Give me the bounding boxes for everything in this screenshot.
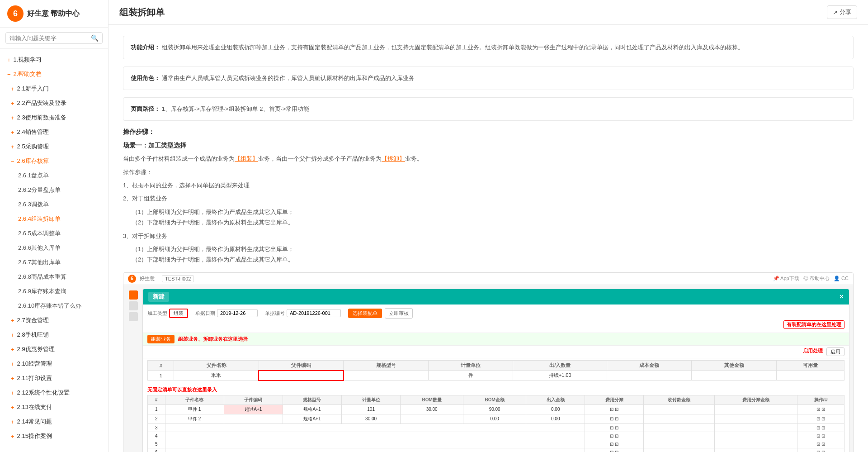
sidebar-item-inventory[interactable]: − 2.6库存核算 (0, 154, 108, 168)
sidebar-item-assembly-label: 2.6.4组装拆卸单 (18, 215, 61, 223)
type-row: 组装业务 组装业务、拆卸业务在这里选择 (143, 333, 849, 346)
sub-td-alloc6: ⊡ ⊡ (585, 448, 644, 452)
sub-table-area: 无固定清单可以直接在这里录入 # 子件名称 子件编码 规格型号 计量 (143, 385, 849, 452)
sub-row-2: 2 甲件 2 规格A+1 30.00 0.00 0.00 ⊡ ⊡ (148, 414, 844, 423)
sub-td-op4[interactable]: ⊡ ⊡ (797, 432, 844, 440)
sub-row-6: 6 ⊡ ⊡ ⊡ ⊡ (148, 448, 844, 452)
icon3 (129, 312, 138, 321)
sidebar-item-stockcheck[interactable]: 2.6.9库存账本查询 (0, 284, 108, 299)
sidebar-item-docs-label: 2.帮助文档 (14, 70, 42, 78)
step1: 1、根据不同的业务，选择不同单据的类型来处理 (123, 180, 854, 190)
sidebar-item-prepare[interactable]: + 2.3使用前数据准备 (0, 110, 108, 125)
num-label: 单据编号 (265, 310, 285, 317)
sidebar-item-outother[interactable]: 2.6.7其他出库单 (0, 255, 108, 270)
text-assembly2: 业务，当由一个父件拆分成多个子产品的业务为 (258, 155, 382, 162)
search-input[interactable] (9, 35, 91, 42)
text-disassembly: 【拆卸】 (382, 155, 405, 162)
sidebar-item-stockerr[interactable]: 2.6.10库存账本错了么办 (0, 299, 108, 313)
parent-table-head: # 父件名称 父件编码 规格型号 计量单位 出/入数量 成本金额 其他金额 可用 (148, 360, 844, 371)
sub-td-pay1 (644, 404, 715, 414)
sidebar-item-inother[interactable]: 2.6.6其他入库单 (0, 241, 108, 255)
annotation1-text-row: 有装配清单的在这里处理 (147, 320, 844, 329)
sub-th-bom-amt: BOM金额 (463, 395, 526, 404)
sidebar-item-stockcount[interactable]: 2.6.1盘点单 (0, 168, 108, 183)
sidebar-item-custom[interactable]: + 2.12系统个性化设置 (0, 385, 108, 400)
sub-td-op1[interactable]: ⊡ ⊡ (797, 404, 844, 414)
dialog-window: 新建 × 加工类型 组装 (142, 289, 849, 452)
app-name: 好生意 (140, 275, 155, 282)
app-icons: 📌 App下载 ◎ 帮助中心 👤 CC (773, 275, 849, 282)
sidebar-item-capital[interactable]: + 2.7资金管理 (0, 313, 108, 328)
date-input[interactable] (217, 309, 258, 317)
sub-td-alloc22 (715, 414, 797, 423)
sidebar-item-install-label: 2.2产品安装及登录 (17, 99, 66, 107)
plus-icon9: + (11, 346, 14, 353)
select-btn[interactable]: 选择装配单 (348, 309, 382, 318)
sub-td-op6[interactable]: ⊡ ⊡ (797, 448, 844, 452)
logo-area: 6 好生意 帮助中心 (0, 0, 108, 28)
dialog-tabs: 新建 (148, 292, 169, 302)
sidebar-item-operation[interactable]: + 2.10经营管理 (0, 357, 108, 371)
step3-sub2: （2）下部明细为子件明细，最终作为产成品生成其它入库单。 (123, 254, 854, 265)
sub-td-op3[interactable]: ⊡ ⊡ (797, 423, 844, 432)
parent-row-1: 1 米米 件 持续+1.00 (148, 371, 844, 381)
sidebar-item-sales[interactable]: + 2.4销售管理 (0, 125, 108, 139)
sidebar-item-adjust[interactable]: 2.6.3调拨单 (0, 197, 108, 212)
main-layout: 新建 × 加工类型 组装 (127, 289, 849, 452)
sub-td-pay4 (644, 432, 715, 440)
sidebar-item-outother-label: 2.6.7其他出库单 (18, 258, 61, 266)
sub-td-alloc26 (715, 448, 797, 452)
sidebar-item-coupon[interactable]: + 2.9优惠券管理 (0, 342, 108, 357)
sidebar-item-online[interactable]: + 2.13在线支付 (0, 400, 108, 414)
app-top-bar: 6 好生意 TEST-H002 📌 App下载 ◎ 帮助中心 👤 CC (123, 273, 853, 285)
search-icon[interactable]: 🔍 (91, 34, 99, 42)
sub-td-empty4 (165, 432, 585, 440)
sidebar-item-purchase[interactable]: + 2.5采购管理 (0, 139, 108, 154)
type-input[interactable]: 组装 (169, 309, 188, 318)
sidebar-item-online-label: 2.13在线支付 (17, 403, 52, 411)
plus-icon12: + (11, 390, 14, 396)
td-code1 (259, 371, 344, 381)
parent-table: # 父件名称 父件编码 规格型号 计量单位 出/入数量 成本金额 其他金额 可用 (147, 360, 844, 381)
page-title: 组装拆卸单 (119, 6, 165, 19)
submit-btn[interactable]: 立即审核 (385, 308, 413, 319)
sub-td-alloc21 (715, 404, 797, 414)
th-num: # (148, 360, 174, 371)
dialog-close-btn[interactable]: × (840, 293, 844, 301)
th-avail: 可用量 (776, 360, 844, 371)
sub-th-alloc: 费用分摊 (585, 395, 644, 404)
sidebar-item-faq[interactable]: + 2.14常见问题 (0, 414, 108, 429)
plus-icon11: + (11, 375, 14, 382)
sidebar-item-splitcount[interactable]: 2.6.2分量盘点单 (0, 183, 108, 197)
sub-td-op5[interactable]: ⊡ ⊡ (797, 440, 844, 448)
sub-th-code: 子件编码 (224, 395, 283, 404)
sidebar-item-install[interactable]: + 2.2产品安装及登录 (0, 96, 108, 110)
sub-td-op2[interactable]: ⊡ ⊡ (797, 414, 844, 423)
enable-toggle[interactable]: 启用 (826, 347, 844, 356)
td-qty1: 持续+1.00 (513, 371, 607, 381)
num-input[interactable] (287, 309, 341, 317)
sub-td-spec1: 规格A+1 (283, 404, 341, 414)
td-avail1 (776, 371, 844, 381)
sub-table-head: # 子件名称 子件编码 规格型号 计量单位 BOM数量 BOM金额 出入金额 费 (148, 395, 844, 404)
tab-new[interactable]: 新建 (148, 292, 169, 302)
sidebar-item-docs[interactable]: − 2.帮助文档 (0, 67, 108, 81)
app-logo: 6 (128, 275, 136, 283)
td-1: 1 (148, 371, 174, 381)
plus-icon13: + (11, 404, 14, 411)
share-button[interactable]: ↗ 分享 (827, 5, 857, 19)
main-area: 组装拆卸单 ↗ 分享 功能介绍： 组装拆卸单用来处理企业组装或拆卸等加工业务，支… (108, 0, 868, 452)
sidebar-item-video[interactable]: + 1.视频学习 (0, 52, 108, 67)
sidebar-item-mobile[interactable]: + 2.8手机旺铺 (0, 328, 108, 342)
sidebar-item-print[interactable]: + 2.11打印设置 (0, 371, 108, 385)
sidebar-item-inother-label: 2.6.6其他入库单 (18, 244, 61, 252)
sidebar-item-newbie[interactable]: + 2.1新手入门 (0, 81, 108, 96)
sidebar-item-assembly[interactable]: 2.6.4组装拆卸单 (0, 212, 108, 226)
top-bar-text: TEST-H002 (162, 275, 194, 282)
sidebar-item-cases[interactable]: + 2.15操作案例 (0, 429, 108, 443)
sub-td-code2 (224, 414, 283, 423)
sidebar-item-costadj[interactable]: 2.6.5成本调整单 (0, 226, 108, 241)
sidebar-item-goodscost[interactable]: 2.6.8商品成本重算 (0, 270, 108, 284)
logo-text: 好生意 帮助中心 (27, 9, 80, 19)
share-label: 分享 (840, 8, 851, 16)
